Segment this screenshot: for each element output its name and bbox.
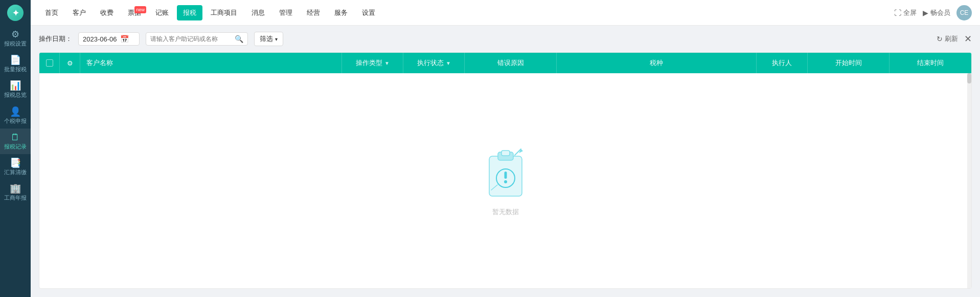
table-body: 暂无数据 <box>39 73 971 288</box>
sidebar-item-label: 报税总览 <box>4 92 27 98</box>
svg-rect-4 <box>504 172 507 179</box>
filter-button[interactable]: 筛选 ▾ <box>254 32 283 46</box>
table-header: ⚙ 客户名称 操作类型 ▼ 执行状态 ▼ 错误原因 税种 <box>39 53 971 73</box>
empty-illustration <box>480 145 531 201</box>
chevron-down-icon: ▾ <box>275 36 278 42</box>
sidebar-item-label: 汇算清缴 <box>4 169 27 176</box>
svg-point-5 <box>504 180 507 183</box>
th-checkbox[interactable] <box>39 53 60 73</box>
sidebar-item-baoshui-jilu[interactable]: 🗒 报税记录 <box>0 129 31 154</box>
search-input-wrap: 🔍 <box>146 32 248 46</box>
scroll-thumb <box>967 73 971 83</box>
gear-icon: ⚙ <box>67 59 73 67</box>
sidebar-item-label: 工商年报 <box>4 195 27 201</box>
nav-right: ⛶ 全屏 ▶ 畅会员 CE <box>894 5 972 20</box>
sidebar: ✦ ⚙ 报税设置 📄 批量报税 📊 报税总览 👤 个税申报 🗒 报税记录 📑 汇… <box>0 0 31 297</box>
huisuan-jiaona-icon: 📑 <box>10 158 21 167</box>
member-icon: ▶ <box>923 9 928 17</box>
user-avatar[interactable]: CE <box>956 5 972 20</box>
nav-invoice[interactable]: 票据 new <box>122 5 147 20</box>
sidebar-item-baoshui-zonglang[interactable]: 📊 报税总览 <box>0 77 31 102</box>
fullscreen-button[interactable]: ⛶ 全屏 <box>894 8 917 17</box>
close-icon: ✕ <box>964 34 972 44</box>
nav-manage[interactable]: 管理 <box>273 5 299 20</box>
table-container: ⚙ 客户名称 操作类型 ▼ 执行状态 ▼ 错误原因 税种 <box>39 52 972 289</box>
sidebar-item-baoshui-shezhi[interactable]: ⚙ 报税设置 <box>0 26 31 51</box>
nav-account[interactable]: 记账 <box>149 5 175 20</box>
sidebar-item-piliang-baoshui[interactable]: 📄 批量报税 <box>0 51 31 77</box>
gongshang-nianbao-icon: 🏢 <box>10 184 21 193</box>
sidebar-item-label: 批量报税 <box>4 66 27 73</box>
th-status[interactable]: 执行状态 ▼ <box>403 53 465 73</box>
member-button[interactable]: ▶ 畅会员 <box>923 8 950 17</box>
scroll-indicator[interactable] <box>967 73 971 288</box>
nav-message[interactable]: 消息 <box>245 5 271 20</box>
calendar-icon: 📅 <box>120 35 129 43</box>
toolbar-right: ↻ 刷新 ✕ <box>937 34 972 44</box>
fullscreen-icon: ⛶ <box>894 9 901 17</box>
th-op-type[interactable]: 操作类型 ▼ <box>342 53 403 73</box>
date-input[interactable]: 2023-06-06 📅 <box>78 32 140 46</box>
refresh-label: 刷新 <box>945 34 958 44</box>
filter-label: 筛选 <box>260 34 273 44</box>
toolbar: 操作日期： 2023-06-06 📅 🔍 筛选 ▾ ↻ 刷新 ✕ <box>31 26 980 52</box>
baoshui-zonglang-icon: 📊 <box>10 81 21 90</box>
sidebar-item-huisuan-jiaona[interactable]: 📑 汇算清缴 <box>0 154 31 180</box>
baoshui-jilu-icon: 🗒 <box>11 133 20 142</box>
nav-settings[interactable]: 设置 <box>356 5 381 20</box>
sort-icon: ▼ <box>446 60 451 66</box>
sort-icon: ▼ <box>384 60 390 66</box>
nav-items: 首页 客户 收费 票据 new 记账 报税 工商项目 消息 <box>39 5 894 20</box>
piliang-baoshui-icon: 📄 <box>10 55 21 65</box>
top-nav: 首页 客户 收费 票据 new 记账 报税 工商项目 消息 <box>31 0 980 26</box>
nav-home[interactable]: 首页 <box>39 5 64 20</box>
refresh-icon: ↻ <box>937 35 943 43</box>
sidebar-item-label: 报税记录 <box>4 143 27 150</box>
refresh-button[interactable]: ↻ 刷新 <box>937 34 958 44</box>
new-badge: new <box>134 6 146 13</box>
empty-state: 暂无数据 <box>460 124 552 237</box>
nav-tax[interactable]: 报税 <box>177 5 202 20</box>
header-checkbox[interactable] <box>46 59 53 67</box>
baoshui-shezhi-icon: ⚙ <box>11 30 19 39</box>
th-start-time: 开始时间 <box>808 53 890 73</box>
th-client-name: 客户名称 <box>80 53 342 73</box>
sidebar-item-geshuishenabao[interactable]: 👤 个税申报 <box>0 103 31 129</box>
nav-business[interactable]: 工商项目 <box>204 5 243 20</box>
empty-text: 暂无数据 <box>492 207 519 217</box>
nav-service[interactable]: 服务 <box>328 5 354 20</box>
th-tax-type: 税种 <box>557 53 757 73</box>
app-logo: ✦ <box>7 5 24 21</box>
date-value: 2023-06-06 <box>83 35 117 43</box>
th-gear[interactable]: ⚙ <box>60 53 80 73</box>
content-area: 操作日期： 2023-06-06 📅 🔍 筛选 ▾ ↻ 刷新 ✕ <box>31 26 980 297</box>
user-initials: CE <box>960 9 969 16</box>
th-end-time: 结束时间 <box>890 53 971 73</box>
nav-customer[interactable]: 客户 <box>66 5 92 20</box>
th-executor: 执行人 <box>757 53 808 73</box>
sidebar-logo: ✦ <box>0 0 31 26</box>
sidebar-item-gongshang-nianbao[interactable]: 🏢 工商年报 <box>0 180 31 205</box>
main-area: 首页 客户 收费 票据 new 记账 报税 工商项目 消息 <box>31 0 980 297</box>
search-icon: 🔍 <box>235 35 243 43</box>
date-label: 操作日期： <box>39 34 72 44</box>
sidebar-item-label: 报税设置 <box>4 40 27 47</box>
search-input[interactable] <box>150 35 232 43</box>
geshuishenabao-icon: 👤 <box>10 107 21 116</box>
nav-operation[interactable]: 经营 <box>301 5 326 20</box>
svg-rect-2 <box>502 151 510 156</box>
th-error-reason: 错误原因 <box>465 53 557 73</box>
sidebar-item-label: 个税申报 <box>4 118 27 124</box>
close-button[interactable]: ✕ <box>964 34 972 44</box>
nav-fee[interactable]: 收费 <box>94 5 120 20</box>
